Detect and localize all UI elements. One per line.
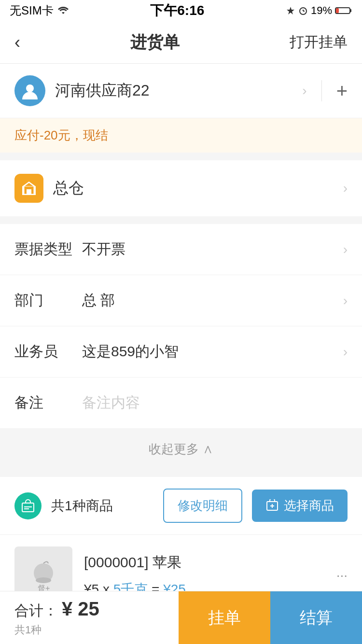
location-icon [286, 6, 295, 15]
select-product-icon [265, 499, 279, 513]
checkout-button[interactable]: 结算 [270, 591, 362, 644]
total-main: 合计： ¥ 25 [14, 598, 164, 621]
warehouse-icon [14, 174, 43, 203]
invoice-label: 票据类型 [14, 239, 82, 259]
staff-chevron-icon: › [343, 344, 348, 360]
remark-row[interactable]: 备注 备注内容 [0, 378, 362, 428]
staff-value: 这是859的小智 [82, 342, 343, 362]
svg-rect-5 [350, 9, 351, 12]
page-title: 进货单 [130, 31, 180, 54]
form-section: 票据类型 不开票 › 部门 总 部 › 业务员 这是859的小智 › 备注 备注… [0, 224, 362, 428]
total-section: 合计： ¥ 25 共1种 [0, 591, 179, 644]
warehouse-section: 总仓 › [0, 160, 362, 216]
pending-button[interactable]: 挂单 [179, 591, 270, 644]
nav-bar: ‹ 进货单 打开挂单 [0, 21, 362, 64]
product-more-button[interactable]: ··· [336, 568, 348, 583]
product-count: 共1种商品 [51, 497, 153, 515]
remark-placeholder: 备注内容 [82, 393, 348, 413]
bottom-bar: 合计： ¥ 25 共1种 挂单 结算 [0, 591, 362, 644]
supplier-notice: 应付-20元，现结 [0, 118, 362, 153]
status-time: 下午6:16 [150, 1, 204, 20]
svg-marker-0 [287, 7, 294, 14]
select-product-button[interactable]: 选择商品 [252, 490, 348, 522]
supplier-section: 河南供应商22 › + 应付-20元，现结 [0, 64, 362, 153]
supplier-divider [321, 80, 322, 101]
svg-rect-6 [336, 8, 339, 13]
svg-point-15 [36, 577, 51, 583]
total-amount: ¥ 25 [62, 598, 99, 620]
supplier-row[interactable]: 河南供应商22 › + [0, 64, 362, 118]
supplier-chevron-icon: › [302, 83, 306, 98]
products-header: 共1种商品 修改明细 选择商品 [0, 477, 362, 535]
edit-detail-button[interactable]: 修改明细 [163, 489, 242, 523]
alarm-icon [298, 6, 308, 15]
product-icon [14, 492, 42, 519]
status-carrier: 无SIM卡 [10, 3, 69, 18]
status-bar: 无SIM卡 下午6:16 19% [0, 0, 362, 21]
warehouse-chevron-icon: › [343, 181, 348, 196]
warehouse-row[interactable]: 总仓 › [0, 160, 362, 216]
dept-row[interactable]: 部门 总 部 › [0, 275, 362, 326]
svg-point-7 [26, 84, 34, 92]
total-label: 合计： [14, 601, 58, 621]
product-name: [0000001] 苹果 [84, 553, 325, 573]
supplier-add-button[interactable]: + [336, 80, 348, 102]
remark-label: 备注 [14, 393, 82, 413]
dept-label: 部门 [14, 291, 82, 310]
battery-icon [335, 6, 352, 15]
staff-label: 业务员 [14, 342, 82, 362]
back-button[interactable]: ‹ [14, 32, 20, 53]
collapse-bar[interactable]: 收起更多 ∧ [0, 429, 362, 469]
staff-row[interactable]: 业务员 这是859的小智 › [0, 326, 362, 378]
wifi-icon [57, 6, 69, 15]
invoice-chevron-icon: › [343, 242, 348, 257]
dept-value: 总 部 [82, 291, 343, 310]
open-pending-button[interactable]: 打开挂单 [290, 32, 348, 52]
invoice-value: 不开票 [82, 239, 343, 259]
warehouse-name: 总仓 [53, 178, 343, 199]
supplier-avatar [14, 75, 45, 106]
content: 河南供应商22 › + 应付-20元，现结 总仓 › 票据类型 不开票 › [0, 64, 362, 644]
supplier-name: 河南供应商22 [55, 80, 302, 101]
status-right: 19% [286, 4, 352, 17]
invoice-row[interactable]: 票据类型 不开票 › [0, 224, 362, 275]
dept-chevron-icon: › [343, 293, 348, 308]
total-sub: 共1种 [14, 623, 164, 637]
